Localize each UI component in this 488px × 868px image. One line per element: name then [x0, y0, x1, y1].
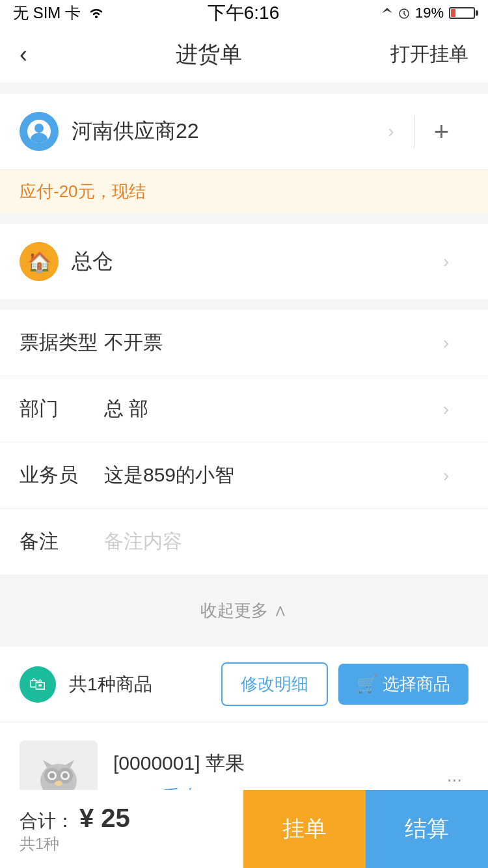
- select-product-button[interactable]: 🛒 选择商品: [338, 664, 468, 705]
- add-button[interactable]: +: [414, 117, 468, 146]
- sales-row[interactable]: 业务员 这是859的小智 ›: [0, 442, 488, 509]
- warning-banner: 应付-20元，现结: [0, 170, 488, 213]
- department-value: 总 部: [104, 396, 443, 422]
- location-icon: [381, 7, 393, 19]
- remark-input[interactable]: 备注内容: [104, 528, 468, 555]
- total-label: 合计：: [20, 809, 74, 834]
- back-button[interactable]: ‹: [20, 41, 27, 68]
- svg-point-11: [55, 781, 62, 786]
- checkout-button[interactable]: 结算: [366, 790, 488, 868]
- supplier-left: 河南供应商22: [20, 112, 388, 151]
- status-bar: 无 SIM 卡 下午6:16 19%: [0, 0, 488, 26]
- form-section: 票据类型 不开票 › 部门 总 部 › 业务员 这是859的小智 › 备注 备注…: [0, 310, 488, 575]
- supplier-chevron-icon: ›: [388, 121, 394, 142]
- alarm-icon: [398, 7, 410, 19]
- status-carrier: 无 SIM 卡: [13, 3, 105, 23]
- carrier-text: 无 SIM 卡: [13, 3, 81, 23]
- warehouse-chevron-icon: ›: [443, 251, 449, 272]
- main-content: 河南供应商22 › + 应付-20元，现结 🏠 总仓 › 票据类型 不开票 › …: [0, 94, 488, 868]
- supplier-row[interactable]: 河南供应商22 › +: [0, 94, 488, 170]
- remark-label: 备注: [20, 528, 104, 555]
- collapse-button[interactable]: 收起更多 ∧: [0, 585, 488, 636]
- warehouse-section: 🏠 总仓 ›: [0, 224, 488, 299]
- warehouse-icon-wrap: 🏠: [20, 242, 59, 281]
- select-product-label: 选择商品: [383, 673, 450, 696]
- invoice-value: 不开票: [104, 329, 443, 356]
- edit-detail-button[interactable]: 修改明细: [221, 662, 328, 706]
- warehouse-row[interactable]: 🏠 总仓 ›: [0, 224, 488, 299]
- total-count: 共1种: [20, 834, 224, 854]
- department-chevron-icon: ›: [443, 399, 449, 420]
- open-pending-button[interactable]: 打开挂单: [390, 41, 468, 68]
- avatar-inner: [27, 120, 51, 143]
- sales-value: 这是859的小智: [104, 462, 443, 489]
- product-count-icon: 🛍: [20, 666, 56, 703]
- supplier-name: 河南供应商22: [72, 117, 199, 146]
- product-name: [0000001] 苹果: [113, 750, 441, 777]
- battery-icon: [449, 7, 475, 19]
- product-title: 苹果: [206, 752, 245, 774]
- warehouse-name: 总仓: [72, 247, 443, 276]
- product-id: [0000001]: [113, 752, 200, 774]
- invoice-row[interactable]: 票据类型 不开票 ›: [0, 310, 488, 376]
- supplier-avatar: [20, 112, 59, 151]
- battery-percent: 19%: [415, 5, 444, 21]
- nav-bar: ‹ 进货单 打开挂单: [0, 26, 488, 83]
- sales-chevron-icon: ›: [443, 465, 449, 486]
- warehouse-icon: 🏠: [27, 251, 51, 273]
- product-count-text: 共1种商品: [69, 672, 221, 697]
- svg-point-10: [62, 773, 68, 778]
- svg-point-0: [95, 16, 98, 18]
- status-right: 19%: [381, 5, 475, 21]
- supplier-section: 河南供应商22 › + 应付-20元，现结: [0, 94, 488, 213]
- total-label-row: 合计： ¥ 25: [20, 804, 224, 834]
- sales-label: 业务员: [20, 462, 104, 489]
- department-label: 部门: [20, 396, 104, 422]
- shopping-bag-icon: 🛍: [29, 674, 46, 694]
- page-title: 进货单: [176, 40, 242, 70]
- invoice-label: 票据类型: [20, 329, 104, 356]
- product-header: 🛍 共1种商品 修改明细 🛒 选择商品: [0, 647, 488, 722]
- bottom-bar: 合计： ¥ 25 共1种 挂单 结算: [0, 790, 488, 868]
- invoice-chevron-icon: ›: [443, 332, 449, 353]
- total-section: 合计： ¥ 25 共1种: [0, 790, 243, 868]
- pending-button[interactable]: 挂单: [243, 790, 366, 868]
- total-amount: ¥ 25: [79, 804, 130, 833]
- department-row[interactable]: 部门 总 部 ›: [0, 376, 488, 442]
- svg-line-3: [404, 14, 406, 16]
- status-time: 下午6:16: [208, 1, 280, 25]
- cart-icon: 🛒: [357, 674, 377, 694]
- svg-point-9: [49, 773, 55, 778]
- remark-row[interactable]: 备注 备注内容: [0, 509, 488, 575]
- wifi-icon: [87, 7, 105, 20]
